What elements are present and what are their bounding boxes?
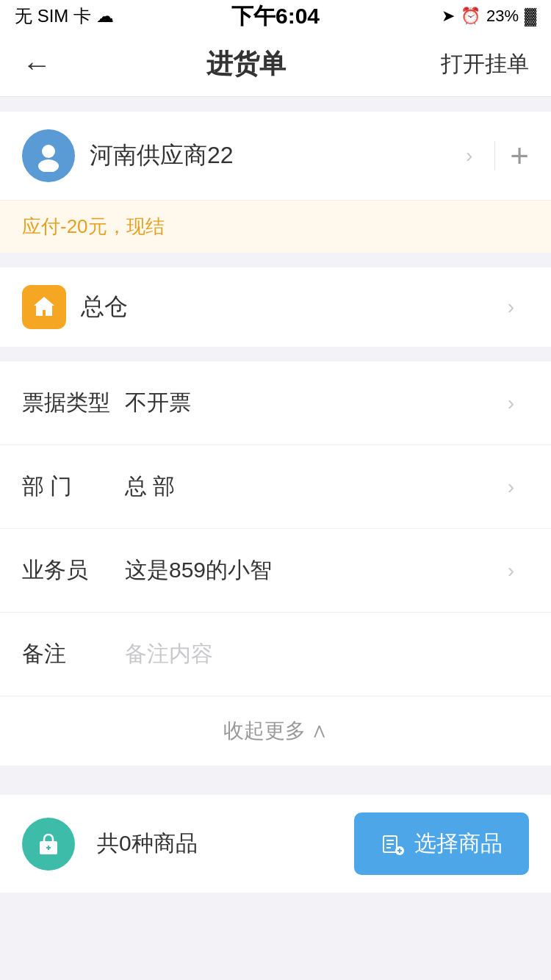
department-value: 总 部 <box>125 472 493 502</box>
invoice-type-label: 票据类型 <box>22 388 125 418</box>
select-btn-label: 选择商品 <box>414 829 503 859</box>
gap-1 <box>0 97 551 112</box>
warehouse-card[interactable]: 总仓 › <box>0 267 551 347</box>
battery-icon: ▓ <box>525 7 536 26</box>
product-count: 共0种商品 <box>97 829 332 859</box>
notice-text: 应付-20元，现结 <box>22 215 165 237</box>
page-background <box>0 893 551 980</box>
location-icon: ➤ <box>442 7 455 26</box>
department-label: 部 门 <box>22 472 125 502</box>
warehouse-chevron-icon: › <box>508 295 514 319</box>
warehouse-row[interactable]: 总仓 › <box>0 267 551 347</box>
remark-row[interactable]: 备注 备注内容 <box>0 613 551 696</box>
salesperson-row[interactable]: 业务员 这是859的小智 › <box>0 529 551 613</box>
nav-bar: ← 进货单 打开挂单 <box>0 32 551 97</box>
person-icon <box>32 140 65 172</box>
salesperson-value: 这是859的小智 <box>125 555 493 586</box>
warehouse-icon <box>22 285 66 329</box>
status-bar: 无 SIM 卡 ☁ 下午6:04 ➤ ⏰ 23% ▓ <box>0 0 551 32</box>
signal-text: 无 SIM 卡 ☁ <box>15 4 114 28</box>
supplier-divider <box>494 141 495 170</box>
salesperson-label: 业务员 <box>22 555 125 586</box>
invoice-type-chevron-icon: › <box>508 392 514 415</box>
bottom-bar: 共0种商品 选择商品 <box>0 795 551 893</box>
shopping-bag-icon <box>34 829 63 859</box>
invoice-type-row[interactable]: 票据类型 不开票 › <box>0 361 551 445</box>
house-icon <box>31 294 57 320</box>
add-button[interactable]: + <box>503 140 529 172</box>
status-time: 下午6:04 <box>231 1 320 32</box>
select-product-button[interactable]: 选择商品 <box>354 813 529 875</box>
alarm-icon: ⏰ <box>461 7 480 26</box>
page-title: 进货单 <box>206 46 286 82</box>
svg-point-1 <box>38 159 59 172</box>
supplier-avatar <box>22 129 75 182</box>
warehouse-name: 总仓 <box>81 291 493 323</box>
status-left: 无 SIM 卡 ☁ <box>15 4 114 28</box>
supplier-row[interactable]: 河南供应商22 › + <box>0 112 551 201</box>
invoice-type-value: 不开票 <box>125 388 493 418</box>
battery-text: 23% <box>486 7 519 26</box>
gap-2 <box>0 253 551 267</box>
open-pending-button[interactable]: 打开挂单 <box>441 49 529 79</box>
collapse-button[interactable]: 收起更多 ∧ <box>0 696 551 765</box>
supplier-card: 河南供应商22 › + 应付-20元，现结 <box>0 112 551 253</box>
notice-bar: 应付-20元，现结 <box>0 201 551 253</box>
back-button[interactable]: ← <box>22 50 51 79</box>
salesperson-chevron-icon: › <box>508 559 514 583</box>
supplier-name: 河南供应商22 <box>90 140 451 172</box>
remark-label: 备注 <box>22 639 125 669</box>
department-chevron-icon: › <box>508 475 514 499</box>
svg-point-0 <box>42 145 55 158</box>
remark-value[interactable]: 备注内容 <box>125 639 529 669</box>
collapse-label: 收起更多 ∧ <box>223 719 328 742</box>
gap-3 <box>0 765 551 780</box>
product-icon <box>22 818 75 871</box>
status-right: ➤ ⏰ 23% ▓ <box>442 7 536 26</box>
form-section: 票据类型 不开票 › 部 门 总 部 › 业务员 这是859的小智 › 备注 备… <box>0 361 551 696</box>
select-product-icon <box>381 832 406 857</box>
department-row[interactable]: 部 门 总 部 › <box>0 445 551 529</box>
supplier-chevron-icon: › <box>466 144 472 167</box>
